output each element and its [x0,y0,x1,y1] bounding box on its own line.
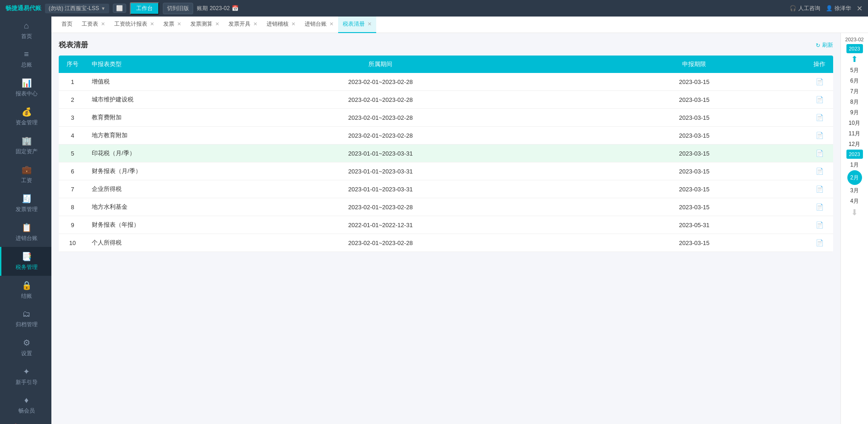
action-icon[interactable]: 📄 [816,185,823,193]
action-icon[interactable]: 📄 [816,167,823,175]
month-12[interactable]: 12月 [846,139,863,149]
action-icon[interactable]: 📄 [816,150,823,157]
sidebar-item-home[interactable]: ⌂ 首页 [0,17,51,45]
cell-type: 财务报表（年报） [86,216,178,234]
table-row: 1 增值税 2023-02-01~2023-02-28 2023-03-15 📄 [59,73,833,91]
support-link[interactable]: 🎧 人工咨询 [790,5,820,12]
tab-bar: 首页 工资表 ✕ 工资统计报表 ✕ 发票 ✕ 发票测算 ✕ 发票开具 ✕ [51,17,868,33]
action-icon[interactable]: 📄 [816,78,823,85]
month-7[interactable]: 7月 [846,86,863,96]
scroll-down-icon[interactable]: ⬇ [851,207,858,218]
calendar-icon[interactable]: 📅 [232,5,239,11]
company-name: (勿动) 江西服宝-LSS [49,5,99,12]
sidebar-item-invoice-mgmt[interactable]: 🧾 发票管理 [0,189,51,218]
tab-close-icon[interactable]: ✕ [253,21,257,27]
month-2-active[interactable]: 2月 [847,170,862,185]
month-8[interactable]: 8月 [846,97,863,107]
tab-close-icon[interactable]: ✕ [291,21,295,27]
switch-version-button[interactable]: 切到旧版 [163,3,193,14]
sidebar-item-purchase-sales[interactable]: 📋 进销台账 [0,218,51,247]
side-panel-header: 2023-02 [845,37,863,42]
cell-type: 教育费附加 [86,109,178,127]
sidebar-item-guide[interactable]: ✦ 新手引导 [0,362,51,391]
tab-close-icon[interactable]: ✕ [367,21,372,27]
period-label: 账期 [197,5,208,12]
closing-icon: 🔒 [22,280,32,290]
refresh-button[interactable]: ↻ 刷新 [816,41,833,49]
tab-close-icon[interactable]: ✕ [177,21,181,27]
close-icon[interactable]: ✕ [857,4,862,13]
tab-purchase-verify[interactable]: 进销稽核 ✕ [262,17,300,33]
company-selector[interactable]: (勿动) 江西服宝-LSS ▼ [45,4,109,13]
cell-action[interactable]: 📄 [806,127,833,145]
cell-no: 8 [59,198,86,216]
month-3[interactable]: 3月 [846,185,863,195]
cell-period: 2023-01-01~2023-03-31 [178,180,583,198]
action-icon[interactable]: 📄 [816,239,823,246]
cell-action[interactable]: 📄 [806,162,833,180]
year-label: 2023 [846,44,863,53]
side-panel: 2023-02 2023 ⬆ 5月 6月 7月 8月 9月 10月 11月 12… [840,33,868,424]
month-9[interactable]: 9月 [846,107,863,117]
copy-button[interactable]: ⬜ [113,4,126,13]
tab-close-icon[interactable]: ✕ [329,21,334,27]
cell-action[interactable]: 📄 [806,180,833,198]
month-5[interactable]: 5月 [846,65,863,75]
tab-invoice-calc[interactable]: 发票测算 ✕ [186,17,224,33]
action-icon[interactable]: 📄 [816,132,823,139]
sidebar-item-label: 资金管理 [16,119,38,127]
sidebar-item-settings[interactable]: ⚙ 设置 [0,333,51,362]
tab-tax-return[interactable]: 税表清册 ✕ [338,17,376,33]
tab-close-icon[interactable]: ✕ [215,21,219,27]
cell-action[interactable]: 📄 [806,198,833,216]
workbench-button[interactable]: 工作台 [130,2,159,15]
scroll-up-icon[interactable]: ⬆ [851,54,858,64]
tab-invoice-open[interactable]: 发票开具 ✕ [224,17,262,33]
sidebar-item-label: 首页 [21,33,32,40]
action-icon[interactable]: 📄 [816,203,823,211]
tab-purchase-ledger[interactable]: 进销台账 ✕ [300,17,338,33]
action-icon[interactable]: 📄 [816,114,823,121]
cell-no: 7 [59,180,86,198]
app-logo: 畅捷通易代账 [6,4,41,12]
cell-action[interactable]: 📄 [806,145,833,162]
cell-action[interactable]: 📄 [806,216,833,234]
cell-action[interactable]: 📄 [806,234,833,252]
month-1[interactable]: 1月 [846,160,863,170]
tab-close-icon[interactable]: ✕ [101,21,105,27]
cell-action[interactable]: 📄 [806,73,833,91]
month-4[interactable]: 4月 [846,196,863,206]
sidebar-item-salary[interactable]: 💼 工资 [0,160,51,189]
month-6[interactable]: 6月 [846,76,863,86]
sidebar-item-tax[interactable]: 📑 税务管理 [0,247,51,276]
cell-no: 6 [59,162,86,180]
sidebar-item-ledger[interactable]: ≡ 总账 [0,45,51,73]
guide-icon: ✦ [23,367,30,377]
cell-action[interactable]: 📄 [806,91,833,109]
sidebar-item-assets[interactable]: 🏢 固定资产 [0,131,51,160]
tab-salary-table[interactable]: 工资表 ✕ [77,17,110,33]
sidebar-item-report[interactable]: 📊 报表中心 [0,73,51,102]
sidebar-item-member[interactable]: ♦ 畅会员 [0,391,51,419]
cell-action[interactable]: 📄 [806,109,833,127]
action-icon[interactable]: 📄 [816,96,823,103]
user-avatar-icon: 👤 [826,5,833,11]
month-11[interactable]: 11月 [846,128,863,139]
month-10[interactable]: 10月 [846,118,863,128]
cell-type: 企业所得税 [86,180,178,198]
sidebar-item-closing[interactable]: 🔒 结账 [0,276,51,305]
table-row: 6 财务报表（月/季） 2023-01-01~2023-03-31 2023-0… [59,162,833,180]
cell-type: 城市维护建设税 [86,91,178,109]
sidebar-item-fund[interactable]: 💰 资金管理 [0,102,51,131]
tab-home[interactable]: 首页 [57,17,77,33]
sidebar-item-archive[interactable]: 🗂 归档管理 [0,305,51,333]
fund-icon: 💰 [22,107,32,117]
sidebar-item-label: 进销台账 [16,234,38,242]
pin-toggle[interactable]: 📌 取消固定 [0,419,51,424]
tab-salary-stats[interactable]: 工资统计报表 ✕ [110,17,159,33]
tab-close-icon[interactable]: ✕ [150,21,154,27]
cell-no: 1 [59,73,86,91]
tab-invoice[interactable]: 发票 ✕ [159,17,186,33]
user-menu[interactable]: 👤 徐泽华 [826,5,851,12]
action-icon[interactable]: 📄 [816,221,823,229]
